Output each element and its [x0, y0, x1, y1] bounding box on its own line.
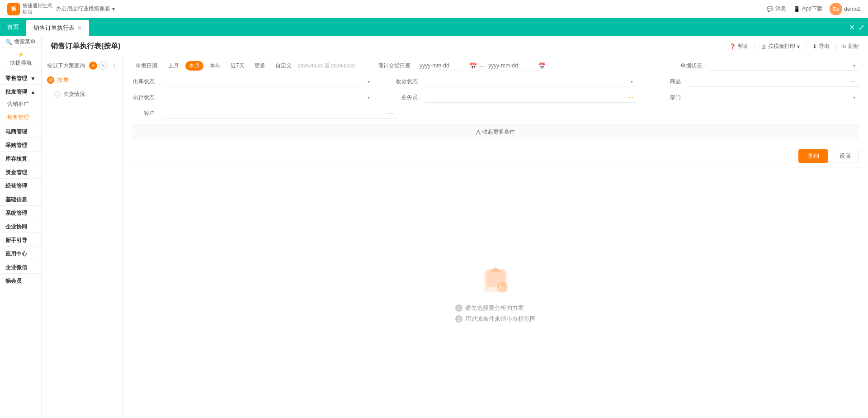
sidebar-item-finance[interactable]: 资金管理 [0, 165, 41, 178]
filter-row-warehouse: 出库状态 ▾ 收款状态 ▾ 商品 ··· [132, 76, 859, 87]
sidebar-item-ecommerce[interactable]: 电商管理 [0, 124, 41, 138]
message-icon: 💬 [767, 6, 774, 12]
exec-status-select[interactable]: ▾ [162, 93, 373, 102]
date-btn-thisyear[interactable]: 本年 [206, 61, 224, 71]
app-download-button[interactable]: 📱 App下载 [793, 5, 822, 13]
sidebar-item-wechat[interactable]: 企业微信 [0, 260, 41, 273]
empty-tip-2: 2 用过滤条件来缩小分析范围 [455, 315, 536, 323]
sidebar-item-quicknav[interactable]: ⚡ 快捷导航 [0, 48, 41, 71]
query-button[interactable]: 查询 [798, 149, 828, 163]
collapse-button[interactable]: ⋀ 收起更多条件 [476, 128, 515, 136]
sidebar-retail-section: 零售管理 ▼ [0, 71, 41, 85]
tab-bar: 首页 销售订单执行表 ✕ ✕ ⤢ [0, 18, 868, 36]
search-menu-button[interactable]: 🔍 搜索菜单 [0, 36, 41, 48]
user-menu[interactable]: Ea demo2 [830, 3, 861, 15]
empty-tip-1: 1 请先选择要分析的方案 [455, 304, 536, 312]
sidebar-item-inventory[interactable]: 库存核算 [0, 152, 41, 165]
sidebar-item-newguide[interactable]: 新手引导 [0, 233, 41, 246]
sidebar-item-enterprise[interactable]: 企业协同 [0, 219, 41, 233]
date-label: 单据日期 [132, 62, 157, 70]
download-icon: 📱 [793, 6, 800, 12]
sidebar-item-purchase[interactable]: 采购管理 [0, 138, 41, 151]
page-header: 销售订单执行表(按单) ❓ 帮助 | 🖨 按模板打印 ▾ | ⬇ 导出 | [42, 36, 868, 55]
help-button[interactable]: ❓ 帮助 [729, 43, 749, 50]
goods-select[interactable]: ··· [688, 76, 859, 87]
collection-select[interactable]: ▾ [425, 77, 637, 86]
goods-label: 商品 [658, 78, 681, 86]
sidebar-inventory-section: 库存核算 [0, 152, 41, 165]
sidebar-wholesale-section: 批发管理 ▲ 营销推广 销售管理 [0, 85, 41, 124]
setting-button[interactable]: 设置 [832, 149, 859, 163]
breadcrumb[interactable]: 办公用品行业模拟账套 ▾ [56, 5, 115, 13]
date-btn-7days[interactable]: 近7天 [227, 61, 248, 71]
search-icon: 🔍 [5, 39, 12, 45]
dept-label: 部门 [658, 94, 681, 101]
salesperson-more-icon[interactable]: ··· [628, 94, 633, 100]
warehouse-select[interactable]: ▾ [162, 77, 373, 86]
tab-close-icon[interactable]: ✕ [77, 25, 82, 31]
filter-row-date: 单据日期 上月 本月 本年 近7天 更多 自定义 2023-03-01 至 20… [132, 61, 859, 71]
scheme-collapse-button[interactable]: 《 [109, 62, 117, 70]
forecast-date-end[interactable] [486, 61, 536, 71]
tab-home[interactable]: 首页 [0, 18, 26, 36]
goods-more-icon[interactable]: ··· [851, 78, 855, 85]
scheme-add-button[interactable]: + [89, 62, 97, 70]
scheme-sub-item-shortage[interactable]: ○ 欠货情况 [42, 88, 123, 101]
forecast-date-label: 预计交货日期 [378, 62, 410, 70]
empty-state: ? 1 请先选择要分析的方案 2 用过滤条件来缩小分析范围 [123, 167, 868, 418]
salesperson-select[interactable]: ··· [425, 92, 637, 103]
sidebar-item-appcenter[interactable]: 应用中心 [0, 247, 41, 260]
dept-chevron-icon: ▾ [853, 95, 855, 100]
tab-expand-icon[interactable]: ⤢ [859, 23, 864, 32]
status-label: 单据状态 [677, 62, 702, 70]
sidebar-member-section: 畅会员 [0, 274, 41, 287]
collapse-up-icon: ⋀ [476, 129, 481, 135]
chevron-up-icon: ▲ [30, 89, 36, 95]
print-icon: 🖨 [761, 43, 766, 50]
sidebar-sysadmin-section: 系统管理 [0, 206, 41, 219]
sidebar-item-marketing[interactable]: 营销推广 [0, 98, 41, 111]
export-button[interactable]: ⬇ 导出 [812, 43, 830, 50]
scheme-active-item[interactable]: 按 按单 [42, 72, 123, 88]
tab-close-window-icon[interactable]: ✕ [849, 23, 855, 32]
customer-select[interactable]: ··· [162, 108, 397, 119]
print-button[interactable]: 🖨 按模板打印 ▾ [761, 43, 800, 50]
status-select[interactable]: ▾ [709, 62, 859, 71]
calendar-end-icon: 📅 [538, 62, 546, 70]
date-btn-custom[interactable]: 自定义 [272, 61, 295, 71]
sidebar-item-retail[interactable]: 零售管理 ▼ [0, 71, 41, 84]
forecast-date-start[interactable] [418, 61, 467, 71]
sidebar-item-sysadmin[interactable]: 系统管理 [0, 206, 41, 219]
sidebar-item-member[interactable]: 畅会员 [0, 274, 41, 287]
date-filter-group: 上月 本月 本年 近7天 更多 自定义 2023-03-01 至 2023-03… [165, 61, 356, 71]
scheme-sub-icon: ○ [54, 91, 61, 98]
tab-sales-execution[interactable]: 销售订单执行表 ✕ [26, 20, 89, 36]
content-area: 销售订单执行表(按单) ❓ 帮助 | 🖨 按模板打印 ▾ | ⬇ 导出 | [42, 36, 868, 418]
top-bar-left: 畅 畅捷通好生意 标版 办公用品行业模拟账套 ▾ [7, 3, 115, 15]
refresh-button[interactable]: ↻ 刷新 [842, 43, 859, 50]
customer-more-icon[interactable]: ··· [389, 110, 393, 116]
scheme-edit-button[interactable]: ✎ [99, 62, 107, 70]
date-btn-more[interactable]: 更多 [251, 61, 269, 71]
sidebar-item-sales[interactable]: 销售管理 [0, 111, 41, 124]
sidebar-item-basicinfo[interactable]: 基础信息 [0, 192, 41, 205]
main-content: 按以下方案查询 + ✎ 《 按 按单 [42, 55, 868, 418]
sidebar-item-wholesale[interactable]: 批发管理 ▲ [0, 85, 41, 98]
page-title: 销售订单执行表(按单) [51, 42, 121, 51]
chevron-down-icon: ▼ [30, 76, 36, 82]
date-btn-thismonth[interactable]: 本月 [185, 61, 203, 71]
empty-illustration: ? [477, 262, 514, 299]
message-button[interactable]: 💬 消息 [767, 5, 786, 13]
export-icon: ⬇ [812, 43, 817, 50]
collection-chevron-icon: ▾ [631, 79, 633, 84]
sidebar-ecommerce-section: 电商管理 [0, 124, 41, 138]
tab-bar-actions: ✕ ⤢ [849, 23, 868, 32]
dept-select[interactable]: ▾ [688, 93, 859, 102]
status-chevron-icon: ▾ [853, 63, 855, 68]
top-bar: 畅 畅捷通好生意 标版 办公用品行业模拟账套 ▾ 💬 消息 📱 App下载 Ea… [0, 0, 868, 18]
sidebar-appcenter-section: 应用中心 [0, 247, 41, 260]
sidebar-item-operation[interactable]: 经营管理 [0, 179, 41, 192]
date-btn-lastmonth[interactable]: 上月 [165, 61, 183, 71]
help-icon: ❓ [729, 43, 736, 50]
warehouse-label: 出库状态 [132, 78, 155, 86]
